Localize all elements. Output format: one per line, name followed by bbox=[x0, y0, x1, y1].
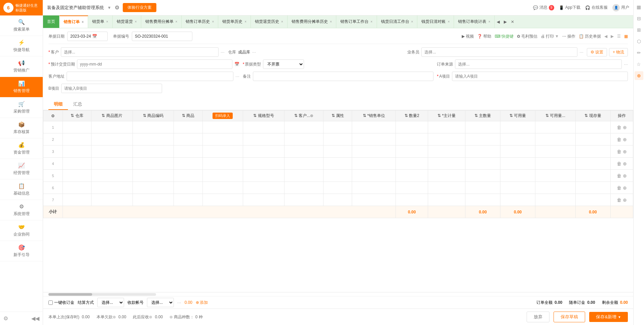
discard-button[interactable]: 放弃 bbox=[527, 312, 550, 322]
right-icon-6[interactable]: ☆ bbox=[635, 60, 643, 69]
grid-view-icon[interactable]: ▦ bbox=[624, 34, 628, 39]
cell-customer_code-5[interactable] bbox=[284, 182, 323, 194]
cell-attr-2[interactable] bbox=[324, 146, 352, 158]
cell-main_unit-2[interactable] bbox=[428, 146, 465, 158]
delete-icon-1[interactable]: 🗑 bbox=[617, 137, 621, 142]
cell-available2-5[interactable] bbox=[535, 182, 576, 194]
cell-attr-3[interactable] bbox=[324, 158, 352, 170]
cell-available-5[interactable] bbox=[500, 182, 535, 194]
col-header-available[interactable]: ⇅ 可用量 bbox=[500, 111, 535, 121]
cell-warehouse-1[interactable] bbox=[63, 133, 91, 146]
copy-icon-3[interactable]: ⊕ bbox=[623, 161, 627, 166]
save-new-dropdown[interactable]: ▼ bbox=[618, 315, 621, 319]
tab-item-10[interactable]: 钱货日清工作台× bbox=[377, 15, 418, 28]
cell-unit-3[interactable] bbox=[352, 158, 396, 170]
cell-goods-4[interactable] bbox=[174, 170, 202, 182]
tab-nav-prev[interactable]: ◀ bbox=[495, 19, 502, 24]
cell-available-0[interactable] bbox=[500, 121, 535, 133]
sidebar-item-10[interactable]: 🤝企业协同 bbox=[0, 220, 43, 241]
cell-goods-3[interactable] bbox=[174, 158, 202, 170]
col-sort-attr[interactable]: ⇅ bbox=[332, 113, 335, 118]
cell-warehouse-3[interactable] bbox=[63, 158, 91, 170]
cell-stock-0[interactable] bbox=[575, 121, 610, 133]
cell-stock-4[interactable] bbox=[575, 170, 610, 182]
col-header-available2[interactable]: ⇅ 可用量... bbox=[535, 111, 576, 121]
scan-btn[interactable]: 扫码录入 bbox=[213, 113, 233, 119]
scroll-thumb[interactable] bbox=[48, 293, 92, 296]
cell-goods-6[interactable] bbox=[174, 194, 202, 206]
cell-goods-1[interactable] bbox=[174, 133, 202, 146]
settings-gear[interactable]: ⚙ bbox=[115, 4, 119, 11]
note-input[interactable] bbox=[253, 72, 434, 81]
cell-image-2[interactable] bbox=[91, 146, 133, 158]
cell-warehouse-6[interactable] bbox=[63, 194, 91, 206]
dropdown-arrow[interactable]: ▼ bbox=[107, 5, 111, 10]
col-header-goods[interactable]: ⇅ 商品 bbox=[174, 111, 202, 121]
tab-close-8[interactable]: × bbox=[330, 20, 332, 24]
sidebar-item-1[interactable]: ⚡快捷导航 bbox=[0, 36, 43, 56]
cell-code-6[interactable] bbox=[132, 194, 174, 206]
cell-code-2[interactable] bbox=[132, 146, 174, 158]
col-sort-qty2[interactable]: ⇅ bbox=[405, 113, 408, 118]
tab-close-3[interactable]: × bbox=[135, 20, 137, 24]
cell-main_qty-6[interactable] bbox=[465, 194, 500, 206]
account-ellipsis[interactable]: ··· bbox=[177, 300, 181, 305]
cell-goods-0[interactable] bbox=[174, 121, 202, 133]
right-icon-2[interactable]: ⊟ bbox=[635, 14, 643, 23]
cell-spec-1[interactable] bbox=[243, 133, 285, 146]
col-header-unit[interactable]: ⇅ *销售单位 bbox=[352, 111, 396, 121]
date-display[interactable]: 2023-03-24 📅 bbox=[67, 32, 108, 41]
cell-customer_code-4[interactable] bbox=[284, 170, 323, 182]
cell-spec-2[interactable] bbox=[243, 146, 285, 158]
payment-method-select[interactable]: 选择... bbox=[97, 298, 124, 307]
cell-main_qty-3[interactable] bbox=[465, 158, 500, 170]
col-header-main_unit[interactable]: ⇅ *主计量 bbox=[428, 111, 465, 121]
col-header-main_qty[interactable]: ⇅ 主数量 bbox=[465, 111, 500, 121]
tab-item-12[interactable]: 销售订单统计表× bbox=[454, 15, 495, 28]
gear-icon[interactable]: ⚙ bbox=[51, 114, 55, 118]
cell-main_unit-3[interactable] bbox=[428, 158, 465, 170]
cell-stock-3[interactable] bbox=[575, 158, 610, 170]
col-sort-code[interactable]: ⇅ bbox=[143, 113, 146, 118]
print-action[interactable]: 🖨 打印 ▼ bbox=[541, 34, 559, 39]
history-action[interactable]: 📋 历史单据 bbox=[579, 34, 601, 39]
col-header-spec[interactable]: ⇅ 规格型号 bbox=[243, 111, 285, 121]
cell-goods-2[interactable] bbox=[174, 146, 202, 158]
cell-unit-4[interactable] bbox=[352, 170, 396, 182]
delivery-calendar-icon[interactable]: 📅 bbox=[234, 62, 239, 67]
cell-main_unit-0[interactable] bbox=[428, 121, 465, 133]
col-sort-available2[interactable]: ⇅ bbox=[545, 113, 549, 118]
settings-icon[interactable]: ⚙ bbox=[3, 315, 8, 322]
customer-input[interactable] bbox=[61, 47, 219, 57]
sidebar-item-6[interactable]: 💰资金管理 bbox=[0, 138, 43, 159]
copy-icon-1[interactable]: ⊕ bbox=[623, 137, 627, 142]
order-source-ellipsis[interactable]: ··· bbox=[624, 62, 628, 67]
cell-available2-3[interactable] bbox=[535, 158, 576, 170]
cell-scan-3[interactable] bbox=[202, 158, 243, 170]
cell-customer_code-1[interactable] bbox=[284, 133, 323, 146]
cell-attr-6[interactable] bbox=[324, 194, 352, 206]
nav-prev[interactable]: ◀ bbox=[604, 34, 607, 39]
tab-close-1[interactable]: × bbox=[82, 20, 84, 24]
col-header-attr[interactable]: ⇅ 属性 bbox=[324, 111, 352, 121]
tab-nav-close[interactable]: ✕ bbox=[509, 19, 516, 24]
right-icon-4[interactable]: ⬡ bbox=[635, 37, 643, 46]
sidebar-item-5[interactable]: 📦库存核算 bbox=[0, 118, 43, 138]
cell-warehouse-2[interactable] bbox=[63, 146, 91, 158]
cell-available-6[interactable] bbox=[500, 194, 535, 206]
col-header-customer_code[interactable]: ⇅ 客户...⊙ bbox=[284, 111, 323, 121]
col-sort-stock[interactable]: ⇅ bbox=[584, 113, 588, 118]
cell-unit-0[interactable] bbox=[352, 121, 396, 133]
cell-scan-6[interactable] bbox=[202, 194, 243, 206]
delete-icon-3[interactable]: 🗑 bbox=[617, 161, 621, 166]
one-click-checkbox[interactable] bbox=[48, 300, 53, 305]
help-action[interactable]: ❓ 帮助 bbox=[477, 34, 491, 39]
col-header-image[interactable]: ⇅ 商品图片 bbox=[91, 111, 133, 121]
cell-code-0[interactable] bbox=[132, 121, 174, 133]
cell-qty2-6[interactable] bbox=[396, 194, 428, 206]
col-header-warehouse[interactable]: ⇅ 仓库 bbox=[63, 111, 91, 121]
cell-qty2-1[interactable] bbox=[396, 133, 428, 146]
tab-item-11[interactable]: 钱货日清对账× bbox=[417, 15, 454, 28]
cell-scan-5[interactable] bbox=[202, 182, 243, 194]
add-button[interactable]: ⊕ 添加 bbox=[196, 300, 208, 306]
